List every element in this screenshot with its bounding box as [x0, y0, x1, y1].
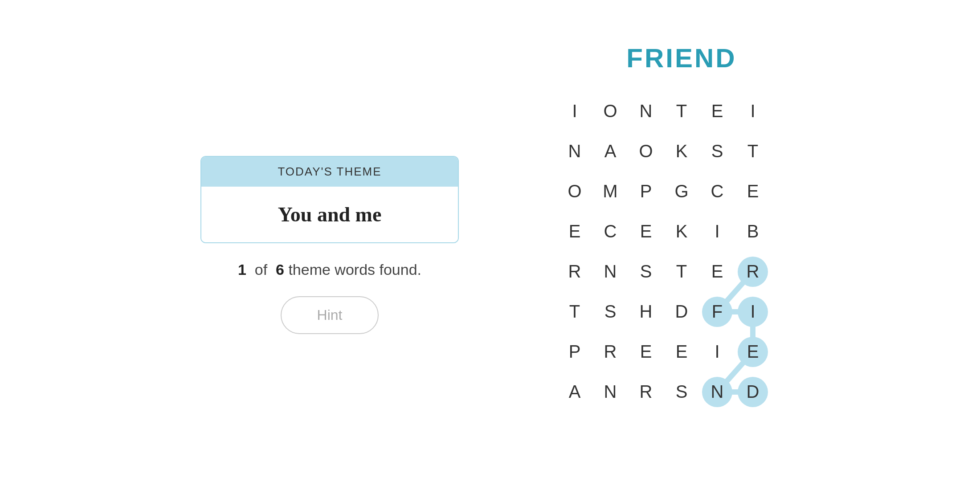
grid-cell[interactable]: P	[628, 172, 664, 212]
grid-cell[interactable]: D	[735, 372, 771, 412]
grid-cell[interactable]: N	[557, 131, 592, 172]
highlighted-letter[interactable]: R	[738, 257, 768, 287]
left-panel: TODAY'S THEME You and me 1 of 6 theme wo…	[174, 156, 486, 334]
grid-cell[interactable]: O	[557, 172, 592, 212]
grid-cell[interactable]: K	[664, 131, 699, 172]
found-count: 1	[238, 261, 246, 278]
theme-header: TODAY'S THEME	[201, 157, 458, 187]
grid-cell[interactable]: D	[664, 292, 699, 332]
grid-cell[interactable]: S	[628, 252, 664, 292]
highlighted-letter[interactable]: N	[702, 377, 732, 407]
hint-button[interactable]: Hint	[281, 296, 379, 334]
grid-cell[interactable]: T	[557, 292, 592, 332]
grid-cell[interactable]: C	[592, 212, 628, 252]
main-container: TODAY'S THEME You and me 1 of 6 theme wo…	[0, 0, 980, 490]
grid-cell[interactable]: I	[557, 91, 592, 131]
grid-cell[interactable]: F	[699, 292, 735, 332]
grid-cell[interactable]: R	[592, 332, 628, 372]
progress-suffix: theme words found.	[288, 261, 421, 278]
grid-cell[interactable]: S	[592, 292, 628, 332]
grid-cell[interactable]: P	[557, 332, 592, 372]
grid-cell[interactable]: E	[735, 172, 771, 212]
progress-text: 1 of 6 theme words found.	[238, 261, 421, 278]
grid-cell[interactable]: N	[592, 252, 628, 292]
grid-cell[interactable]: E	[735, 332, 771, 372]
grid-cell[interactable]: T	[664, 91, 699, 131]
grid-cell[interactable]: E	[557, 212, 592, 252]
grid-cell[interactable]: E	[628, 332, 664, 372]
grid-cell[interactable]: I	[735, 292, 771, 332]
grid-cell[interactable]: S	[699, 131, 735, 172]
highlighted-letter[interactable]: E	[738, 337, 768, 367]
grid-cell[interactable]: A	[592, 131, 628, 172]
grid-cell[interactable]: R	[735, 252, 771, 292]
grid-cell[interactable]: O	[592, 91, 628, 131]
highlighted-letter[interactable]: I	[738, 297, 768, 327]
grid-cell[interactable]: T	[664, 252, 699, 292]
right-panel: FRIEND IONTEINAOKSTOMPGCEECEKIBRNSTERTSH…	[557, 43, 806, 448]
grid-cell[interactable]: K	[664, 212, 699, 252]
letter-grid: IONTEINAOKSTOMPGCEECEKIBRNSTERTSHDFIPREE…	[557, 91, 806, 412]
highlighted-letter[interactable]: F	[702, 297, 732, 327]
grid-cell[interactable]: S	[664, 372, 699, 412]
grid-cell[interactable]: B	[735, 212, 771, 252]
theme-box: TODAY'S THEME You and me	[200, 156, 459, 243]
grid-cell[interactable]: M	[592, 172, 628, 212]
grid-cell[interactable]: I	[699, 332, 735, 372]
grid-cell[interactable]: E	[628, 212, 664, 252]
grid-cell[interactable]: N	[699, 372, 735, 412]
grid-cell[interactable]: C	[699, 172, 735, 212]
grid-cell[interactable]: N	[628, 91, 664, 131]
grid-cell[interactable]: I	[735, 91, 771, 131]
grid-cell[interactable]: H	[628, 292, 664, 332]
grid-cell[interactable]: I	[699, 212, 735, 252]
grid-cell[interactable]: E	[699, 252, 735, 292]
grid-cell[interactable]: A	[557, 372, 592, 412]
theme-value: You and me	[201, 187, 458, 242]
grid-cell[interactable]: E	[664, 332, 699, 372]
grid-cell[interactable]: O	[628, 131, 664, 172]
grid-cell[interactable]: R	[557, 252, 592, 292]
grid-cell[interactable]: E	[699, 91, 735, 131]
total-count: 6	[276, 261, 284, 278]
highlighted-letter[interactable]: D	[738, 377, 768, 407]
grid-cell[interactable]: N	[592, 372, 628, 412]
grid-cell[interactable]: R	[628, 372, 664, 412]
grid-cell[interactable]: T	[735, 131, 771, 172]
grid-wrapper: IONTEINAOKSTOMPGCEECEKIBRNSTERTSHDFIPREE…	[557, 91, 806, 448]
grid-cell[interactable]: G	[664, 172, 699, 212]
word-title: FRIEND	[626, 43, 736, 74]
